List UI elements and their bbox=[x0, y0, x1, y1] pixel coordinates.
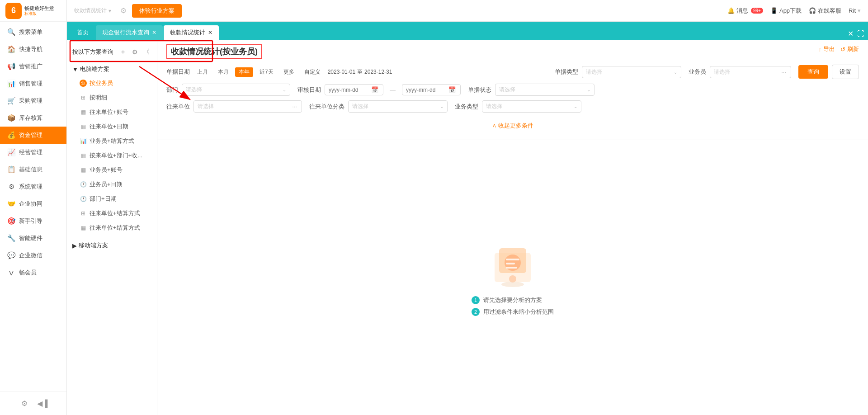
tab-bank[interactable]: 现金银行流水查询 ✕ bbox=[96, 25, 163, 40]
review-date-to[interactable]: 📅 bbox=[402, 84, 461, 95]
left-panel-header: 按以下方案查询 ＋ ⚙ 《 bbox=[67, 43, 157, 61]
query-button[interactable]: 查询 bbox=[798, 65, 828, 79]
refresh-btn[interactable]: ↺ 刷新 bbox=[840, 45, 859, 53]
dept-date-icon: 🕐 bbox=[80, 195, 87, 203]
svg-point-7 bbox=[501, 282, 524, 287]
biz-type-arrow: ⌄ bbox=[574, 104, 577, 109]
partner-dept-icon: ▦ bbox=[80, 152, 87, 159]
biz-type-select[interactable]: 请选择 ⌄ bbox=[482, 100, 581, 113]
partner-category-select[interactable]: 请选择 ⌄ bbox=[348, 100, 448, 113]
scheme-by-salesperson[interactable]: 业 按业务员 bbox=[67, 76, 157, 90]
scheme-salesperson-account[interactable]: ▦ 业务员+账号 bbox=[67, 163, 157, 177]
sidebar-item-quicknav[interactable]: 🏠 快捷导航 bbox=[0, 41, 66, 58]
partner-account-icon: ▦ bbox=[80, 108, 87, 116]
topbar-actions: 🔔 消息 99+ 📱 App下载 🎧 在线客服 Rit ▾ bbox=[727, 7, 861, 15]
breadcrumb-path: 收款情况统计 bbox=[74, 7, 107, 14]
filter-partner-item: 往来单位 请选择 ··· bbox=[166, 100, 302, 113]
add-scheme-btn[interactable]: ＋ bbox=[118, 47, 128, 57]
enterprise-icon: 🤝 bbox=[7, 200, 15, 208]
collapse-sidebar-btn[interactable]: ◀▐ bbox=[34, 395, 51, 411]
scheme-partner-account[interactable]: ▦ 往来单位+账号 bbox=[67, 105, 157, 119]
user-dropdown-icon: ▾ bbox=[858, 7, 861, 14]
sidebar-item-sales[interactable]: 📊 销售管理 bbox=[0, 75, 66, 92]
scheme-salesperson-date[interactable]: 🕐 业务员+日期 bbox=[67, 177, 157, 192]
basic-icon: 📋 bbox=[7, 165, 15, 174]
collapse-more-btn[interactable]: ∧ 收起更多条件 bbox=[166, 117, 859, 134]
sidebar-item-finance[interactable]: 💰 资金管理 bbox=[0, 127, 66, 144]
collapse-icon: ∧ bbox=[492, 122, 497, 129]
filter-doc-type-item: 单据类型 请选择 ⌄ bbox=[555, 66, 681, 78]
notification-btn[interactable]: 🔔 消息 99+ bbox=[727, 7, 763, 15]
sidebar-item-search[interactable]: 🔍 搜索菜单 bbox=[0, 24, 66, 41]
sidebar-item-basic[interactable]: 📋 基础信息 bbox=[0, 161, 66, 178]
svg-rect-5 bbox=[506, 267, 517, 269]
scheme-salesperson-settle[interactable]: 📊 业务员+结算方式 bbox=[67, 134, 157, 148]
tab-bank-close[interactable]: ✕ bbox=[152, 29, 156, 36]
mobile-group-toggle[interactable]: ▶ 移动端方案 bbox=[67, 239, 157, 252]
tab-collect[interactable]: 收款情况统计 ✕ bbox=[164, 25, 219, 40]
tab-maximize-btn[interactable]: ⛶ bbox=[857, 30, 864, 38]
partner-settle2-icon: ▦ bbox=[80, 224, 87, 231]
svg-rect-4 bbox=[506, 263, 515, 264]
settings-bottom-btn[interactable]: ⚙ bbox=[16, 395, 33, 411]
date-btn-custom[interactable]: 自定义 bbox=[301, 67, 324, 77]
partner-more-btn[interactable]: ··· bbox=[291, 103, 298, 110]
tab-home[interactable]: 首页 bbox=[71, 25, 95, 40]
sidebar-item-wechat[interactable]: 💬 企业微信 bbox=[0, 247, 66, 264]
empty-tips: 1 请先选择要分析的方案 2 用过滤条件来缩小分析范围 bbox=[472, 296, 554, 316]
sidebar-item-guide[interactable]: 🎯 新手引导 bbox=[0, 212, 66, 230]
sidebar-item-member[interactable]: V 畅会员 bbox=[0, 264, 66, 281]
export-btn[interactable]: ↑ 导出 bbox=[819, 45, 835, 53]
desktop-group-toggle[interactable]: ▼ 电脑端方案 bbox=[67, 62, 157, 76]
review-date-from[interactable]: 📅 bbox=[325, 84, 383, 95]
right-panel: 收款情况统计(按业务员) ↑ 导出 ↺ 刷新 单据日 bbox=[157, 40, 868, 415]
date-btn-7days[interactable]: 近7天 bbox=[256, 67, 277, 77]
app-download-btn[interactable]: 📱 App下载 bbox=[770, 7, 802, 15]
user-name[interactable]: Rit ▾ bbox=[849, 7, 861, 14]
scheme-partner-dept[interactable]: ▦ 按来单位+部门+收... bbox=[67, 148, 157, 163]
scheme-partner-settle2[interactable]: ▦ 往来单位+结算方式 bbox=[67, 221, 157, 235]
date-btn-thismonth[interactable]: 本月 bbox=[214, 67, 232, 77]
scheme-partner-settle1[interactable]: ⊞ 往来单位+结算方式 bbox=[67, 206, 157, 221]
trial-btn[interactable]: 体验行业方案 bbox=[132, 4, 182, 18]
sidebar-item-enterprise[interactable]: 🤝 企业协同 bbox=[0, 195, 66, 212]
empty-illustration bbox=[486, 239, 540, 289]
tab-close-all-btn[interactable]: ✕ bbox=[848, 29, 854, 38]
partner-select[interactable]: 请选择 ··· bbox=[193, 100, 302, 113]
sidebar-item-system[interactable]: ⚙ 系统管理 bbox=[0, 178, 66, 195]
gear-btn[interactable]: ⚙ bbox=[120, 6, 127, 15]
collapse-panel-btn[interactable]: 《 bbox=[142, 47, 151, 57]
setting-button[interactable]: 设置 bbox=[832, 65, 859, 79]
breadcrumb: 收款情况统计 ▾ bbox=[74, 7, 111, 14]
sidebar-item-inventory[interactable]: 📦 库存核算 bbox=[0, 109, 66, 127]
hardware-icon: 🔧 bbox=[7, 234, 15, 242]
date-btn-thisyear[interactable]: 本年 bbox=[235, 67, 253, 77]
sales-icon: 📊 bbox=[7, 80, 15, 88]
logo-icon: 6 bbox=[5, 3, 22, 19]
chevron-down-icon: ▼ bbox=[72, 66, 78, 73]
dept-select[interactable]: 请选择 ⌄ bbox=[182, 84, 290, 96]
review-date-from-input[interactable] bbox=[329, 87, 369, 93]
review-date-to-input[interactable] bbox=[406, 87, 447, 93]
scheme-partner-date[interactable]: ▦ 往来单位+日期 bbox=[67, 119, 157, 134]
date-btn-more[interactable]: 更多 bbox=[280, 67, 298, 77]
sidebar-item-purchase[interactable]: 🛒 采购管理 bbox=[0, 92, 66, 109]
sidebar-item-operation[interactable]: 📈 经营管理 bbox=[0, 144, 66, 161]
doc-type-select[interactable]: 请选择 ⌄ bbox=[582, 66, 681, 78]
tab-collect-close[interactable]: ✕ bbox=[208, 29, 212, 36]
doc-status-select[interactable]: 请选择 ⌄ bbox=[495, 84, 594, 96]
calendar-icon-to: 📅 bbox=[448, 86, 456, 93]
gear-scheme-btn[interactable]: ⚙ bbox=[130, 47, 140, 57]
scheme-by-detail[interactable]: ⊞ 按明细 bbox=[67, 90, 157, 105]
online-service-btn[interactable]: 🎧 在线客服 bbox=[809, 7, 841, 15]
salesperson-select[interactable]: 请选择 ··· bbox=[710, 66, 791, 78]
sidebar-item-marketing[interactable]: 📢 营销推广 bbox=[0, 58, 66, 75]
filter-salesperson-item: 业务员 请选择 ··· bbox=[689, 66, 791, 78]
system-icon: ⚙ bbox=[7, 183, 15, 191]
filter-area: 单据日期 上月 本月 本年 近7天 更多 自定义 2023-01-01 至 bbox=[157, 59, 868, 140]
sidebar-item-hardware[interactable]: 🔧 智能硬件 bbox=[0, 230, 66, 247]
bell-icon: 🔔 bbox=[727, 7, 735, 14]
salesperson-more-btn[interactable]: ··· bbox=[780, 69, 787, 75]
scheme-dept-date[interactable]: 🕐 部门+日期 bbox=[67, 192, 157, 206]
date-btn-lastmonth[interactable]: 上月 bbox=[193, 67, 212, 77]
